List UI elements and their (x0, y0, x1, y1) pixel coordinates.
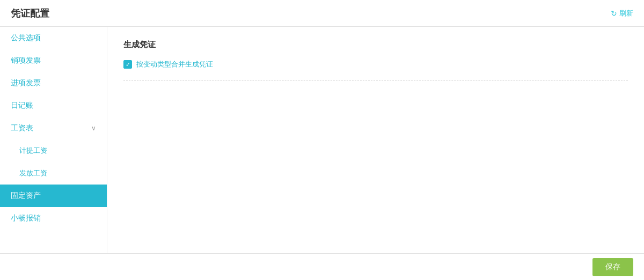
sidebar-item-label: 固定资产 (11, 191, 41, 201)
sidebar-item-journal[interactable]: 日记账 (0, 94, 107, 117)
merge-checkbox-label[interactable]: 按变动类型合并生成凭证 (136, 60, 213, 69)
section-title: 生成凭证 (123, 40, 628, 50)
section-divider (123, 80, 628, 80)
sidebar-item-calc-salary[interactable]: 计提工资 (0, 139, 107, 162)
sidebar-item-label: 销项发票 (11, 56, 41, 65)
refresh-icon: ↻ (611, 9, 617, 18)
sidebar-item-payroll[interactable]: 工资表∨ (0, 117, 107, 139)
refresh-label: 刷新 (619, 9, 633, 18)
sidebar-item-label: 计提工资 (19, 146, 47, 156)
chevron-down-icon: ∨ (91, 124, 96, 132)
sidebar-item-expense-report[interactable]: 小畅报销 (0, 207, 107, 230)
checkbox-row: 按变动类型合并生成凭证 (123, 60, 628, 69)
sidebar-item-fixed-assets[interactable]: 固定资产 (0, 185, 107, 207)
sidebar-item-purchase-invoice[interactable]: 进项发票 (0, 72, 107, 94)
sidebar-item-label: 日记账 (11, 101, 33, 110)
main-layout: 公共选项销项发票进项发票日记账工资表∨计提工资发放工资固定资产小畅报销 生成凭证… (0, 27, 644, 253)
sidebar-item-label: 工资表 (11, 123, 33, 133)
sidebar-item-label: 公共选项 (11, 33, 41, 43)
sidebar-item-label: 发放工资 (19, 168, 47, 178)
page-title: 凭证配置 (11, 7, 49, 20)
sidebar: 公共选项销项发票进项发票日记账工资表∨计提工资发放工资固定资产小畅报销 (0, 27, 107, 253)
header: 凭证配置 ↻ 刷新 (0, 0, 644, 27)
save-button[interactable]: 保存 (592, 258, 633, 276)
sidebar-item-label: 进项发票 (11, 78, 41, 88)
refresh-button[interactable]: ↻ 刷新 (611, 9, 633, 18)
sidebar-item-public-options[interactable]: 公共选项 (0, 27, 107, 49)
merge-checkbox[interactable] (123, 60, 132, 69)
content-area: 生成凭证 按变动类型合并生成凭证 (107, 27, 644, 253)
sidebar-item-label: 小畅报销 (11, 213, 41, 223)
sidebar-item-sales-invoice[interactable]: 销项发票 (0, 49, 107, 72)
sidebar-item-pay-salary[interactable]: 发放工资 (0, 162, 107, 185)
footer: 保存 (0, 253, 644, 280)
